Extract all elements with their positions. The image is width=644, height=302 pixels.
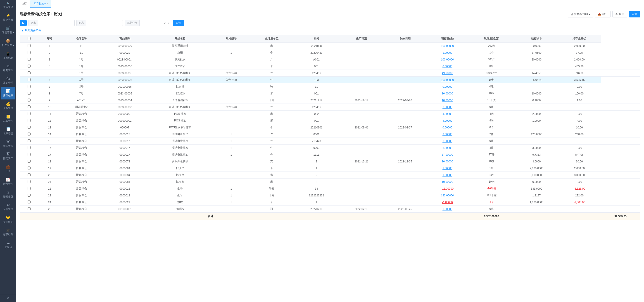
cell-qty_main[interactable]: -16.00000 xyxy=(427,185,468,192)
sidebar-item-小程电商[interactable]: 📱小程电商 xyxy=(1,49,15,62)
cell-code: 0000012 xyxy=(101,185,148,192)
row-checkbox[interactable] xyxy=(28,51,30,54)
goods-dots[interactable]: ... xyxy=(118,21,122,25)
category-select[interactable] xyxy=(140,20,167,26)
cell-spec: 1 xyxy=(212,185,250,192)
row-checkbox[interactable] xyxy=(28,132,30,135)
cell-total_cost: 30.00 xyxy=(558,158,601,165)
cell-qty_main[interactable]: 0.00000 xyxy=(427,124,468,131)
search-button[interactable]: 查询 xyxy=(173,20,184,26)
filter-expand-arrow[interactable]: ▶ xyxy=(20,20,27,26)
row-checkbox[interactable] xyxy=(28,187,30,190)
cell-qty_main[interactable]: 49.60000 xyxy=(427,70,468,77)
cell-qty_main[interactable]: 1.00000 xyxy=(427,172,468,179)
cell-qty_aux: 1米 xyxy=(468,172,515,179)
cell-total_cost: 9.00 xyxy=(558,144,601,151)
row-checkbox[interactable] xyxy=(28,207,30,210)
toggle-button[interactable]: 👁 展示 xyxy=(612,11,627,18)
sidebar-item-系统管理[interactable]: ⚙系统管理 xyxy=(1,201,15,213)
select-all-checkbox[interactable] xyxy=(28,37,30,40)
row-checkbox[interactable] xyxy=(28,146,30,149)
cell-qty_main[interactable]: 3.00000 xyxy=(427,144,468,151)
cell-qty_main[interactable]: 0.00000 xyxy=(427,206,468,213)
row-checkbox[interactable] xyxy=(28,78,30,81)
row-checkbox[interactable] xyxy=(28,180,30,183)
sidebar-item-批发管理[interactable]: 📦批发管理 ▾ xyxy=(1,37,15,49)
sidebar-item-固定资产[interactable]: 🏗固定资产 xyxy=(1,150,15,163)
row-checkbox[interactable] xyxy=(28,85,30,88)
row-checkbox[interactable] xyxy=(28,105,30,108)
tab-close-icon[interactable]: × xyxy=(46,3,48,5)
row-checkbox[interactable] xyxy=(28,153,30,156)
cell-qty_main[interactable]: 10.00000 xyxy=(427,97,468,104)
row-checkbox[interactable] xyxy=(28,173,30,176)
cell-qty_main[interactable]: 100.00000 xyxy=(427,43,468,49)
row-checkbox[interactable] xyxy=(28,126,30,129)
cell-qty_main[interactable]: 100.00000 xyxy=(427,56,468,63)
row-checkbox[interactable] xyxy=(28,71,30,74)
expand-conditions-button[interactable]: ▼ 展开更多条件 xyxy=(20,28,42,33)
row-checkbox[interactable] xyxy=(28,139,30,142)
row-checkbox[interactable] xyxy=(28,44,30,47)
sidebar-search[interactable]: 🔍 搜索菜单 xyxy=(0,0,16,11)
sidebar-item-工资[interactable]: 💼工资 xyxy=(1,163,15,175)
row-checkbox[interactable] xyxy=(28,58,30,61)
cell-qty_main[interactable]: 0.00000 xyxy=(427,138,468,144)
cell-code: 0023-00004 xyxy=(101,97,148,104)
cell-qty_main[interactable]: 0.00000 xyxy=(427,83,468,90)
cell-spec xyxy=(212,165,250,172)
sidebar-bottom[interactable]: ⚙ xyxy=(0,294,16,302)
goods-input[interactable] xyxy=(86,21,118,26)
set-button[interactable]: 设置 xyxy=(629,11,640,18)
cell-qty_main[interactable]: 0.00000 xyxy=(427,63,468,70)
row-checkbox[interactable] xyxy=(28,92,30,95)
cell-qty_main[interactable]: 10.00000 xyxy=(427,158,468,165)
row-checkbox[interactable] xyxy=(28,167,30,170)
cell-qty_main[interactable]: 0.00000 xyxy=(427,104,468,111)
sidebar-item-发票管理[interactable]: 🧾发票管理 xyxy=(1,125,15,137)
row-checkbox[interactable] xyxy=(28,112,30,115)
cell-warehouse: 晋客粮仓 xyxy=(61,138,101,144)
tab-库存批次▾[interactable]: 库存批次▾× xyxy=(30,0,51,8)
row-checkbox[interactable] xyxy=(28,201,30,203)
sidebar-item-基础信息[interactable]: ℹ基础信息 xyxy=(1,188,15,201)
sidebar-item-云应用[interactable]: ☁云应用 xyxy=(1,239,15,251)
cell-qty_main[interactable]: 10.00000 xyxy=(427,90,468,97)
cell-qty_main[interactable]: 2.00000 xyxy=(427,131,468,138)
sidebar-item-零售管理[interactable]: 🛒零售管理 ▾ xyxy=(1,24,15,37)
sidebar-item-资金管理[interactable]: 💰资金管理 xyxy=(1,99,15,112)
cell-qty_main[interactable]: 87.00000 xyxy=(427,151,468,158)
cell-qty_main[interactable]: 1.00000 xyxy=(427,49,468,56)
cell-qty_main[interactable]: -1.00000 xyxy=(427,199,468,206)
cell-qty_main[interactable]: 4.00000 xyxy=(427,111,468,117)
row-checkbox[interactable] xyxy=(28,160,30,163)
cell-batch: 001 xyxy=(293,90,340,97)
row-checkbox[interactable] xyxy=(28,99,30,101)
sidebar-item-总账管理[interactable]: 📒总账管理 xyxy=(1,112,15,125)
warehouse-dots[interactable]: ... xyxy=(70,21,74,25)
warehouse-input[interactable] xyxy=(38,21,70,26)
sidebar-item-电商管理[interactable]: 🖥电商管理 xyxy=(1,62,15,74)
row-checkbox[interactable] xyxy=(28,194,30,197)
cell-name: 软双通用咖啡 xyxy=(148,43,212,49)
cell-spec: 白色/闷椅 xyxy=(212,77,250,83)
export-button[interactable]: 📤 导出 xyxy=(595,11,610,18)
sidebar-item-税务管理[interactable]: 🏛税务管理 xyxy=(1,137,15,150)
cell-qty_main[interactable]: 1.00000 xyxy=(427,165,468,172)
print-button[interactable]: 🖨 按模板打印 ▾ xyxy=(568,11,593,18)
cell-qty_main[interactable]: 4.00000 xyxy=(427,117,468,124)
row-checkbox[interactable] xyxy=(28,65,30,68)
tab-首页[interactable]: 首页 xyxy=(18,0,30,8)
sidebar-item-库存核算[interactable]: 📊库存核算 xyxy=(1,87,15,99)
sidebar-item-快捷导航[interactable]: ⚡快捷导航 xyxy=(1,11,15,24)
sidebar-item-经营管理[interactable]: 📈经营管理 xyxy=(1,175,15,188)
cell-qty_main[interactable]: 122.00000 xyxy=(427,192,468,199)
sidebar-icon: 📊 xyxy=(2,89,14,93)
row-checkbox[interactable] xyxy=(28,119,30,122)
cell-qty_main[interactable]: 10.00000 xyxy=(427,179,468,185)
sidebar-item-采购管理[interactable]: 🛍采购管理 xyxy=(1,74,15,87)
sidebar-item-新手引导[interactable]: 🎓新手引导 xyxy=(1,226,15,239)
cell-qty_main[interactable]: 100.00000 xyxy=(427,77,468,83)
sidebar-item-企业协同[interactable]: 🤝企业协同 xyxy=(1,213,15,226)
header-actions: 🖨 按模板打印 ▾ 📤 导出 👁 展示 设置 xyxy=(568,11,640,18)
